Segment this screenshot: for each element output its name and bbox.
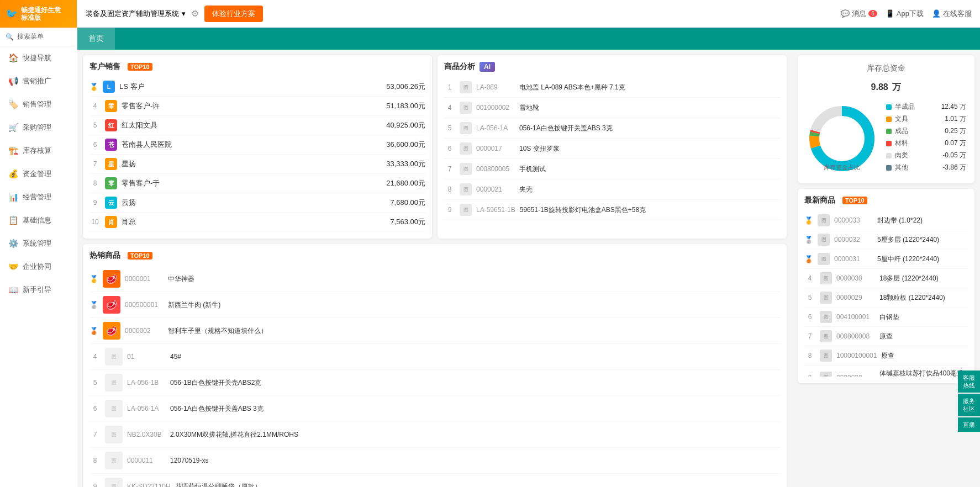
product-code: 0000028 <box>836 374 875 377</box>
product-name: 原查 <box>879 332 968 341</box>
sidebar-item-purchase[interactable]: 🛒采购管理 <box>0 116 77 139</box>
inventory-total: 9.88 万 <box>806 76 966 94</box>
app-download-button[interactable]: 📱 App下载 <box>886 9 924 19</box>
legend-value: 1.01 万 <box>945 114 966 124</box>
content-area: 客户销售 TOP10 🥇 L LS 客户 53,006.26元 4 零 零售客户… <box>77 50 792 487</box>
message-icon: 💬 <box>841 9 850 18</box>
hot-product-row: 5 图 LA-056-1B 056-1B白色按键开关壳ABS2克 <box>89 370 780 396</box>
sidebar-item-finance[interactable]: 💰资金管理 <box>0 162 77 186</box>
operations-icon: 📊 <box>8 192 18 202</box>
product-icon: 图 <box>460 102 472 114</box>
message-badge: 6 <box>868 10 877 17</box>
legend-name: 材料 <box>895 139 941 148</box>
sidebar-item-quick-nav[interactable]: 🏠快捷导航 <box>0 46 77 70</box>
trial-button[interactable]: 体验行业方案 <box>204 6 263 22</box>
online-service-button[interactable]: 👤 在线客服 <box>932 9 972 19</box>
legend-dot <box>886 165 892 171</box>
inventory-legend: 半成品 12.45 万 文具 1.01 万 成品 0.25 万 材料 0.07 … <box>886 102 966 175</box>
sales-amount: 33,333.00元 <box>386 159 425 169</box>
legend-value: -3.86 万 <box>942 163 966 172</box>
sidebar-item-marketing[interactable]: 📢营销推广 <box>0 70 77 93</box>
rank-medal: 🥉 <box>804 255 813 263</box>
new-product-row: 8 图 10000100001 原查 <box>804 346 968 366</box>
legend-value: 0.25 万 <box>945 126 966 136</box>
sidebar-item-basic[interactable]: 📋基础信息 <box>0 209 77 232</box>
product-icon: 图 <box>818 214 830 226</box>
product-icon: 图 <box>820 372 832 377</box>
product-icon: 图 <box>460 183 472 195</box>
legend-item: 文具 1.01 万 <box>886 114 966 124</box>
cs-community-btn[interactable]: 服务社区 <box>958 394 980 416</box>
legend-dot <box>886 104 892 110</box>
message-button[interactable]: 💬 消息 6 <box>841 9 877 19</box>
legend-name: 成品 <box>895 126 941 136</box>
product-analysis-row: 5 图 LA-056-1A 056-1A白色按键开关盖ABS 3克 <box>444 118 780 139</box>
product-icon: 图 <box>820 292 832 304</box>
customer-name: 零售客户-许 <box>122 101 382 111</box>
tab-home[interactable]: 首页 <box>77 28 115 50</box>
product-code: KK-SD22110H <box>127 483 171 487</box>
product-icon: 图 <box>818 253 830 265</box>
system-selector[interactable]: 装备及固定资产辅助管理系统 ▾ <box>86 9 186 19</box>
product-code: LA-056-1A <box>476 124 515 132</box>
customer-name: 云扬 <box>122 198 386 208</box>
product-name: 花语萌恒温分腿睡袋（厚款） <box>175 482 780 488</box>
product-name: 056-1A白色按键开关盖ABS 3克 <box>519 124 780 133</box>
product-image: 图 <box>105 426 123 443</box>
product-code: 000800008 <box>836 332 875 340</box>
legend-dot <box>886 141 892 146</box>
product-name: 体碱嘉枝味苏打饮品400毫升 (1*15) <box>879 369 968 377</box>
legend-name: 其他 <box>895 163 939 172</box>
rank-number: 6 <box>89 141 101 149</box>
rank-number: 9 <box>89 199 101 207</box>
donut-chart: 库存资金占比 <box>806 103 878 174</box>
guide-icon: 📖 <box>8 285 18 295</box>
inventory-card: 库存总资金 9.88 万 库存资金占比 <box>798 55 974 183</box>
customer-name: 肖总 <box>122 217 386 227</box>
cs-live-btn[interactable]: 直播 <box>958 417 980 432</box>
product-image: 🥩 <box>103 296 120 314</box>
legend-name: 半成品 <box>895 102 938 112</box>
sidebar-item-sales[interactable]: 🏷️销售管理 <box>0 93 77 116</box>
product-name: 45# <box>170 353 780 361</box>
product-code: 0000032 <box>834 236 873 244</box>
new-product-row: 9 图 0000028 体碱嘉枝味苏打饮品400毫升 (1*15) <box>804 366 968 377</box>
product-image: 图 <box>105 452 123 469</box>
sidebar-item-system[interactable]: ⚙️系统管理 <box>0 232 77 255</box>
product-image: 🥩 <box>103 270 120 288</box>
product-name: 12070519-xs <box>170 457 780 464</box>
customer-sales-row: 8 零 零售客户-于 21,680.00元 <box>89 174 425 193</box>
product-name: 白钢垫 <box>879 313 968 322</box>
rank-number: 7 <box>89 160 101 168</box>
hot-product-row: 9 图 KK-SD22110H 花语萌恒温分腿睡袋（厚款） <box>89 474 780 487</box>
finance-icon: 💰 <box>8 169 18 179</box>
customer-sales-card: 客户销售 TOP10 🥇 L LS 客户 53,006.26元 4 零 零售客户… <box>83 55 432 239</box>
settings-icon[interactable]: ⚙ <box>191 8 199 19</box>
hot-product-row: 🥈 🥩 000500001 新西兰牛肉 (新牛) <box>89 292 780 318</box>
app-icon: 📱 <box>886 9 894 18</box>
customer-sales-row: 4 零 零售客户-许 51,183.00元 <box>89 97 425 116</box>
sidebar-item-operations[interactable]: 📊经营管理 <box>0 186 77 209</box>
customer-name: LS 客户 <box>119 82 382 92</box>
basic-icon: 📋 <box>8 215 18 225</box>
sidebar-item-guide[interactable]: 📖新手引导 <box>0 278 77 301</box>
sidebar-item-collab[interactable]: 🤝企业协同 <box>0 255 77 278</box>
customer-sales-row: 🥇 L LS 客户 53,006.26元 <box>89 77 425 97</box>
hot-products-title: 热销商品 TOP10 <box>89 251 780 261</box>
hot-product-row: 🥇 🥩 0000001 中华神器 <box>89 266 780 292</box>
customer-sales-row: 5 红 红太阳文具 40,925.00元 <box>89 116 425 135</box>
sidebar-search[interactable]: 🔍 搜索菜单 <box>0 28 77 46</box>
product-analysis-row: 8 图 0000021 夹壳 <box>444 179 780 200</box>
customer-name: 星扬 <box>122 159 382 169</box>
customer-badge: 肖 <box>105 216 117 228</box>
product-analysis-row: 7 图 000800005 手机测试 <box>444 159 780 179</box>
sidebar-item-inventory[interactable]: 🏗️库存核算 <box>0 139 77 162</box>
legend-value: -0.05 万 <box>942 151 966 160</box>
product-code: 0000030 <box>836 274 875 282</box>
product-code: 0000017 <box>476 145 515 152</box>
product-code: 000800005 <box>476 165 515 173</box>
product-name: 新西兰牛肉 (新牛) <box>168 300 780 310</box>
rank-number: 6 <box>89 405 101 412</box>
legend-item: 成品 0.25 万 <box>886 126 966 136</box>
cs-hotline-btn[interactable]: 客服热线 <box>958 370 980 393</box>
